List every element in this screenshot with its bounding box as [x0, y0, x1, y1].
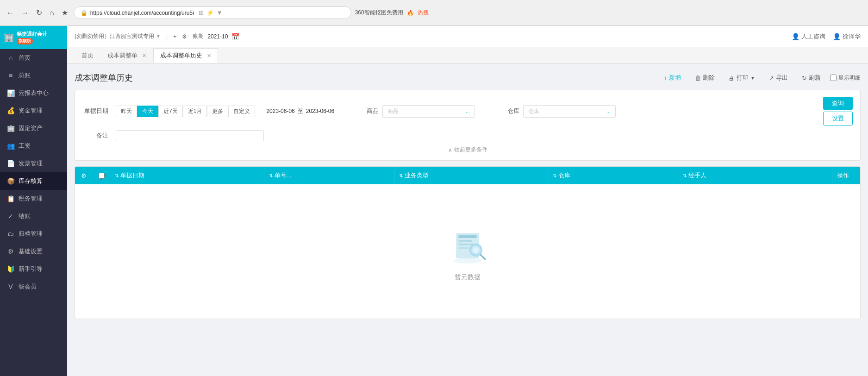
sidebar-item-member[interactable]: V 畅会员 — [0, 278, 67, 295]
tab-bar: 首页 成本调整单 ✕ 成本调整单历史 ✕ — [67, 47, 868, 64]
th-type[interactable]: ⇅ 业务类型 — [394, 167, 549, 184]
browser-grid-icon: ⊞ — [199, 9, 204, 16]
refresh-button[interactable]: ↻ 刷新 — [797, 71, 825, 84]
date-btn-custom[interactable]: 自定义 — [228, 106, 255, 117]
sidebar-item-label: 库存核算 — [19, 177, 43, 185]
th-type-label: 业务类型 — [405, 171, 429, 180]
show-detail-label: 显示明细 — [838, 74, 861, 82]
sidebar-item-close-accounts[interactable]: ✓ 结账 — [0, 207, 67, 225]
sidebar-item-report[interactable]: 📊 云报表中心 — [0, 84, 67, 102]
home-icon: ⌂ — [6, 54, 15, 62]
delete-button[interactable]: 🗑 删除 — [690, 71, 719, 84]
show-detail-checkbox[interactable] — [830, 75, 837, 81]
search-label: 360智能抠图免费用 — [355, 9, 403, 17]
sidebar-item-capital[interactable]: 💰 资金管理 — [0, 102, 67, 119]
th-sort-icon-operator: ⇅ — [683, 173, 687, 178]
sidebar-item-settings[interactable]: ⚙ 基础设置 — [0, 243, 67, 260]
url-bar[interactable]: 🔒 https://cloud.chanjet.com/accounting/u… — [74, 6, 351, 19]
th-operator[interactable]: ⇅ 经手人 — [678, 167, 832, 184]
account-settings-icon[interactable]: ⚙ — [182, 33, 187, 40]
print-button[interactable]: 🖨 打印 ▼ — [724, 71, 760, 84]
hot-search-icon: 🔥 — [407, 10, 414, 16]
member-icon: V — [6, 283, 15, 290]
calendar-icon[interactable]: 📅 — [231, 33, 239, 40]
sidebar-item-salary[interactable]: 👥 工资 — [0, 137, 67, 155]
export-button[interactable]: ↗ 导出 — [764, 71, 793, 84]
tab-cost-adjust-history[interactable]: 成本调整单历史 ✕ — [153, 48, 218, 63]
sidebar-item-label: 发票管理 — [19, 159, 43, 168]
refresh-button[interactable]: ↻ — [34, 6, 44, 19]
tab-cost-adjust-close[interactable]: ✕ — [142, 53, 146, 59]
remark-label: 备注 — [82, 132, 108, 140]
tab-home[interactable]: 首页 — [75, 48, 100, 63]
bookmark-button[interactable]: ★ — [60, 6, 70, 19]
add-button[interactable]: + 新增 — [659, 71, 686, 84]
th-warehouse-label: 仓库 — [558, 171, 570, 180]
date-btn-yesterday[interactable]: 昨天 — [116, 106, 137, 117]
sidebar-item-invoice[interactable]: 📄 发票管理 — [0, 155, 67, 172]
goods-filter: 商品 商品 ... — [353, 105, 475, 118]
svg-point-0 — [454, 258, 481, 263]
sidebar-item-guide[interactable]: 🔰 新手引导 — [0, 260, 67, 278]
account-selector[interactable]: (勿删勿禁用）江西服宝测试专用 ▼ — [75, 32, 161, 40]
date-btn-7days[interactable]: 近7天 — [158, 106, 183, 117]
date-btn-1month[interactable]: 近1月 — [183, 106, 207, 117]
table-settings-btn[interactable]: ⚙ — [75, 172, 93, 179]
sidebar-item-archive[interactable]: 🗂 归档管理 — [0, 225, 67, 243]
th-order-label: 单号... — [275, 171, 292, 180]
th-date[interactable]: ⇅ 单据日期 — [110, 167, 264, 184]
refresh-label: 刷新 — [809, 74, 821, 82]
browser-tools: 360智能抠图免费用 🔥 热搜 — [355, 9, 429, 17]
sidebar-item-label: 新手引导 — [19, 265, 43, 273]
goods-select[interactable]: 商品 ... — [382, 105, 475, 118]
service-label: 人工咨询 — [801, 32, 825, 41]
browser-lightning-icon: ⚡ — [206, 9, 214, 16]
tab-cost-adjust-history-close[interactable]: ✕ — [207, 53, 211, 59]
sidebar-item-fixed[interactable]: 🏢 固定资产 — [0, 119, 67, 137]
warehouse-label: 仓库 — [493, 107, 519, 115]
query-button[interactable]: 查询 — [823, 97, 853, 110]
date-separator: 至 — [298, 107, 303, 115]
th-order[interactable]: ⇅ 单号... — [264, 167, 394, 184]
app-container: 🏢 畅捷通好会计 旗舰版 ⌂ 首页 ≡ 总账 📊 云报表中心 💰 资金管理 — [0, 26, 868, 376]
date-btn-today[interactable]: 今天 — [137, 106, 158, 117]
tab-home-label: 首页 — [81, 51, 94, 60]
user-name[interactable]: 👤 徐泽华 — [833, 32, 861, 41]
back-button[interactable]: ← — [5, 7, 16, 19]
warehouse-more-btn[interactable]: ... — [606, 108, 611, 114]
date-to: 2023-06-06 — [306, 108, 334, 114]
delete-icon: 🗑 — [695, 75, 701, 81]
date-filter-buttons: 昨天 今天 近7天 近1月 更多 自定义 — [116, 106, 255, 117]
collapse-button[interactable]: ∧ 收起更多条件 — [448, 146, 487, 154]
user-service[interactable]: 👤 人工咨询 — [792, 32, 825, 41]
sidebar-item-tax[interactable]: 📋 税务管理 — [0, 190, 67, 207]
sidebar-item-ledger[interactable]: ≡ 总账 — [0, 67, 67, 84]
url-text: https://cloud.chanjet.com/accounting/uru… — [90, 10, 194, 16]
select-all-checkbox[interactable] — [99, 173, 105, 179]
date-btn-more[interactable]: 更多 — [207, 106, 228, 117]
browser-dropdown-icon: ▼ — [217, 9, 223, 16]
show-detail-container: 显示明细 — [830, 74, 861, 82]
add-account-icon[interactable]: + — [173, 33, 176, 40]
empty-state: 暂元数据 — [75, 184, 860, 319]
tab-cost-adjust[interactable]: 成本调整单 ✕ — [100, 48, 153, 63]
home-button[interactable]: ⌂ — [48, 7, 56, 19]
refresh-icon: ↻ — [802, 75, 807, 81]
sidebar-item-inventory[interactable]: 📦 库存核算 — [0, 172, 67, 190]
warehouse-select[interactable]: 仓库 ... — [523, 105, 616, 118]
report-icon: 📊 — [6, 89, 15, 97]
svg-rect-5 — [458, 247, 470, 249]
sidebar-item-label: 税务管理 — [19, 194, 43, 203]
period-value: 2021-10 — [207, 33, 228, 40]
goods-more-btn[interactable]: ... — [466, 108, 470, 114]
forward-button[interactable]: → — [19, 7, 31, 19]
account-label: (勿删勿禁用）江西服宝测试专用 — [75, 32, 154, 40]
th-warehouse[interactable]: ⇅ 仓库 — [548, 167, 678, 184]
remark-input[interactable] — [116, 130, 264, 141]
settings-button[interactable]: 设置 — [823, 112, 853, 125]
th-date-label: 单据日期 — [120, 171, 144, 180]
collapse-label: 收起更多条件 — [454, 146, 487, 154]
sidebar-item-home[interactable]: ⌂ 首页 — [0, 49, 67, 67]
filter-row-date: 单据日期 昨天 今天 近7天 近1月 更多 自定义 2023-06-06 至 2… — [82, 97, 853, 125]
table-checkbox-all[interactable] — [93, 173, 110, 179]
